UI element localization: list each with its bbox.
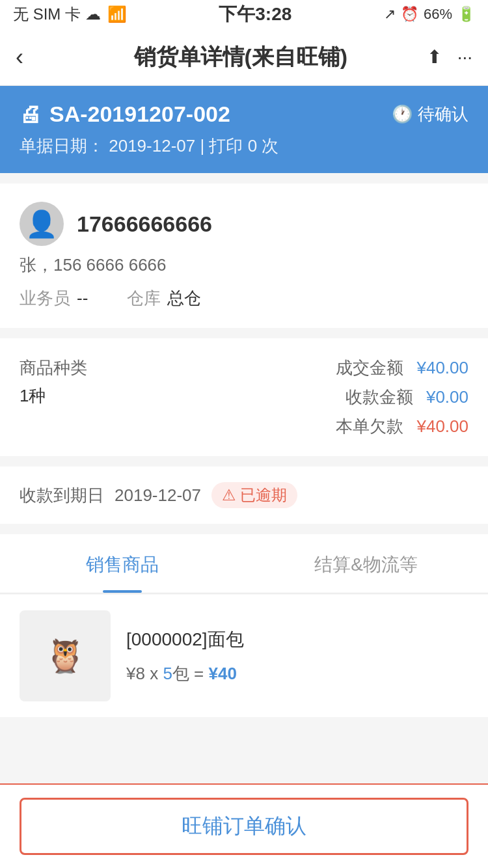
location-icon: ↗ — [384, 6, 396, 23]
warehouse-value: 总仓 — [167, 287, 201, 310]
order-id-icon: 🖨 — [20, 102, 42, 127]
status-clock-icon: 🕐 — [392, 104, 413, 124]
page-title: 销货单详情(来自旺铺) — [55, 42, 427, 72]
product-name: [0000002]面包 — [126, 627, 468, 652]
confirm-btn-container: 旺铺订单确认 — [0, 783, 488, 868]
wifi-icon: 📶 — [107, 5, 127, 23]
category-label: 商品种类 — [20, 357, 87, 379]
amount-row-0: 成交金额 ¥40.00 — [336, 357, 468, 379]
status-time: 下午3:28 — [219, 2, 291, 27]
amount-value-1: ¥0.00 — [426, 387, 468, 407]
product-thumbnail: 🦉 — [20, 610, 111, 701]
product-price-row: ¥8 x 5包 = ¥40 — [126, 662, 468, 685]
customer-section: 👤 17666666666 张，156 6666 6666 业务员 -- 仓库 … — [0, 183, 488, 328]
salesman-value: -- — [77, 288, 88, 308]
due-date-label: 收款到期日 — [20, 484, 104, 507]
print-info: | 打印 0 次 — [200, 136, 278, 156]
more-icon[interactable]: ··· — [457, 47, 472, 68]
order-date-row: 单据日期： 2019-12-07 | 打印 0 次 — [20, 135, 468, 157]
date-label: 单据日期： — [20, 136, 104, 156]
tabs-section: 销售商品 结算&物流等 — [0, 534, 488, 593]
share-icon[interactable]: ⬆ — [427, 46, 442, 68]
battery-icon: 🔋 — [457, 6, 475, 23]
due-section: 收款到期日 2019-12-07 ⚠ 已逾期 — [0, 467, 488, 524]
tab-sales[interactable]: 销售商品 — [0, 534, 244, 593]
summary-left: 商品种类 1种 — [20, 357, 87, 407]
nav-bar: ‹ 销货单详情(来自旺铺) ⬆ ··· — [0, 29, 488, 86]
order-date-value: 2019-12-07 — [109, 136, 195, 156]
amount-label-1: 收款金额 — [346, 386, 413, 409]
product-item: 🦉 [0000002]面包 ¥8 x 5包 = ¥40 — [20, 610, 468, 701]
warehouse-item: 仓库 总仓 — [127, 287, 201, 310]
order-id-row: 🖨 SA-20191207-002 🕐 待确认 — [20, 102, 468, 127]
status-bar: 无 SIM 卡 ☁ 📶 下午3:28 ↗ ⏰ 66% 🔋 — [0, 0, 488, 29]
product-total: ¥40 — [208, 664, 236, 683]
customer-phone: 17666666666 — [77, 211, 212, 237]
tab-sales-label: 销售商品 — [86, 554, 159, 575]
warehouse-label: 仓库 — [127, 287, 161, 310]
overdue-text: 已逾期 — [240, 485, 287, 506]
summary-section: 商品种类 1种 成交金额 ¥40.00 收款金额 ¥0.00 本单欠款 ¥40.… — [0, 338, 488, 456]
product-qty: 5 — [163, 664, 172, 683]
product-unit: 包 — [172, 664, 189, 683]
amount-row-2: 本单欠款 ¥40.00 — [336, 415, 468, 438]
avatar: 👤 — [20, 202, 64, 246]
order-id: 🖨 SA-20191207-002 — [20, 102, 230, 127]
tab-settlement-label: 结算&物流等 — [314, 554, 418, 575]
status-right: ↗ ⏰ 66% 🔋 — [384, 6, 475, 23]
customer-row: 👤 17666666666 — [20, 202, 468, 246]
customer-sub-info: 张，156 6666 6666 — [20, 254, 468, 277]
salesman-item: 业务员 -- — [20, 287, 88, 310]
order-header: 🖨 SA-20191207-002 🕐 待确认 单据日期： 2019-12-07… — [0, 86, 488, 173]
status-text: 待确认 — [418, 103, 468, 126]
nav-actions: ⬆ ··· — [427, 46, 472, 68]
product-price-text: ¥8 x — [126, 664, 163, 683]
alarm-icon: ⏰ — [401, 6, 418, 23]
amount-value-0: ¥40.00 — [416, 358, 468, 378]
back-button[interactable]: ‹ — [16, 44, 55, 71]
order-status: 🕐 待确认 — [392, 103, 468, 126]
battery-label: 66% — [424, 6, 452, 23]
product-section: 🦉 [0000002]面包 ¥8 x 5包 = ¥40 — [0, 595, 488, 717]
salesman-label: 业务员 — [20, 287, 70, 310]
category-value: 1种 — [20, 385, 87, 407]
overdue-icon: ⚠ — [222, 486, 236, 504]
avatar-icon: 👤 — [25, 209, 58, 239]
overdue-badge: ⚠ 已逾期 — [211, 482, 297, 508]
confirm-button[interactable]: 旺铺订单确认 — [20, 798, 468, 855]
amount-row-1: 收款金额 ¥0.00 — [346, 386, 468, 409]
tab-settlement[interactable]: 结算&物流等 — [244, 534, 488, 593]
sim-label: 无 SIM 卡 ☁ — [13, 4, 101, 25]
status-left: 无 SIM 卡 ☁ 📶 — [13, 4, 127, 25]
order-id-text: SA-20191207-002 — [49, 102, 230, 127]
amount-label-0: 成交金额 — [336, 357, 403, 379]
product-equals: = — [189, 664, 209, 683]
product-logo: 🦉 — [45, 637, 85, 675]
product-info: [0000002]面包 ¥8 x 5包 = ¥40 — [126, 610, 468, 701]
customer-meta: 业务员 -- 仓库 总仓 — [20, 287, 468, 310]
amount-value-2: ¥40.00 — [416, 416, 468, 437]
summary-right: 成交金额 ¥40.00 收款金额 ¥0.00 本单欠款 ¥40.00 — [336, 357, 468, 438]
due-date-value: 2019-12-07 — [115, 485, 201, 506]
amount-label-2: 本单欠款 — [336, 415, 403, 438]
